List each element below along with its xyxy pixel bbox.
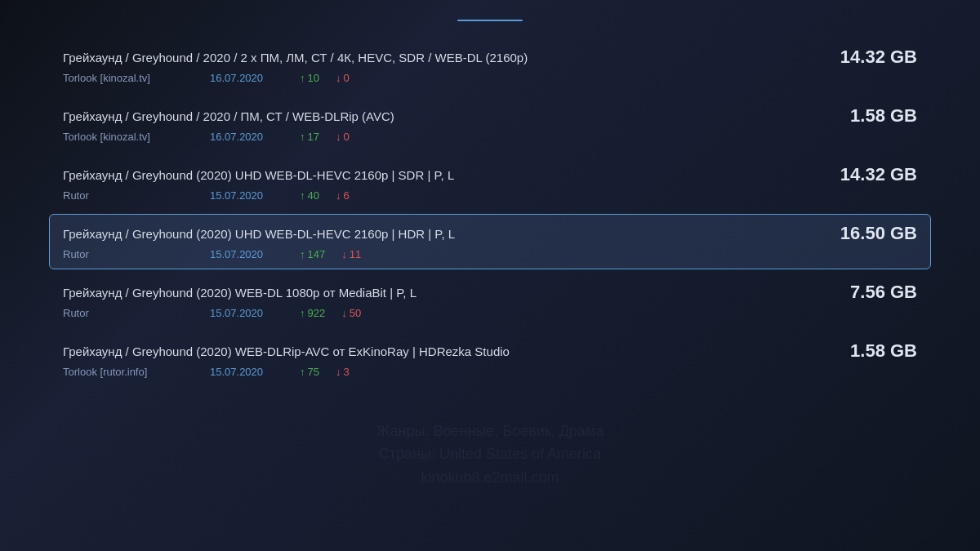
torrent-item-5[interactable]: Грейхаунд / Greyhound (2020) WEB-DL 1080…: [49, 273, 931, 328]
torrent-title-1: Грейхаунд / Greyhound / 2020 / 2 х ПМ, Л…: [63, 51, 827, 64]
torrent-size-1: 14.32 GB: [827, 47, 917, 68]
torrent-seeds-3: 40: [300, 189, 319, 202]
leech-arrow-1: [336, 72, 341, 84]
torrent-list: Грейхаунд / Greyhound / 2020 / 2 х ПМ, Л…: [49, 38, 931, 390]
torrent-size-5: 7.56 GB: [827, 282, 917, 303]
torrent-row-bottom-2: Torlook [kinozal.tv] 16.07.2020 17 0: [63, 131, 917, 143]
seeds-arrow-2: [300, 131, 305, 143]
torrent-title-5: Грейхаунд / Greyhound (2020) WEB-DL 1080…: [63, 286, 827, 300]
seeds-count-4: 147: [308, 248, 326, 260]
seeds-arrow-5: [300, 307, 305, 319]
leech-count-3: 6: [343, 189, 349, 202]
torrent-date-1: 16.07.2020: [210, 72, 283, 84]
torrent-date-3: 15.07.2020: [210, 189, 283, 202]
torrent-seeds-2: 17: [300, 131, 319, 143]
torrent-row-bottom-1: Torlook [kinozal.tv] 16.07.2020 10 0: [63, 72, 917, 84]
torrent-source-1: Torlook [kinozal.tv]: [63, 72, 194, 84]
torrent-source-2: Torlook [kinozal.tv]: [63, 131, 194, 143]
seeds-count-5: 922: [308, 307, 326, 319]
torrent-row-top-6: Грейхаунд / Greyhound (2020) WEB-DLRip-A…: [63, 340, 917, 362]
torrent-leech-3: 6: [336, 189, 350, 202]
torrent-size-6: 1.58 GB: [827, 340, 917, 362]
torrent-leech-5: 50: [341, 307, 361, 319]
torrent-date-2: 16.07.2020: [210, 131, 283, 143]
torrent-row-top-1: Грейхаунд / Greyhound / 2020 / 2 х ПМ, Л…: [63, 47, 917, 68]
seeds-arrow-4: [300, 248, 305, 260]
torrent-source-6: Torlook [rutor.info]: [63, 366, 194, 378]
torrent-row-top-3: Грейхаунд / Greyhound (2020) UHD WEB-DL-…: [63, 164, 917, 185]
leech-count-6: 3: [343, 366, 349, 378]
torrent-date-6: 15.07.2020: [210, 366, 283, 378]
torrent-seeds-6: 75: [300, 366, 319, 378]
seeds-count-1: 10: [308, 72, 319, 84]
torrent-leech-1: 0: [336, 72, 350, 84]
torrent-title-6: Грейхаунд / Greyhound (2020) WEB-DLRip-A…: [63, 344, 827, 358]
torrent-row-bottom-3: Rutor 15.07.2020 40 6: [63, 189, 917, 202]
torrent-seeds-1: 10: [300, 72, 319, 84]
leech-arrow-3: [336, 189, 341, 202]
leech-count-1: 0: [343, 72, 349, 84]
torrent-size-2: 1.58 GB: [827, 105, 917, 127]
leech-arrow-6: [336, 366, 341, 378]
leech-count-5: 50: [350, 307, 361, 319]
torrent-title-4: Грейхаунд / Greyhound (2020) UHD WEB-DL-…: [63, 227, 827, 241]
torrent-date-5: 15.07.2020: [210, 307, 283, 319]
leech-count-2: 0: [343, 131, 349, 143]
torrent-size-3: 14.32 GB: [827, 164, 917, 185]
leech-arrow-5: [341, 307, 347, 319]
torrent-title-2: Грейхаунд / Greyhound / 2020 / ПМ, СТ / …: [63, 109, 827, 123]
torrent-leech-6: 3: [336, 366, 350, 378]
tab-underline: [457, 20, 523, 21]
torrent-row-top-2: Грейхаунд / Greyhound / 2020 / ПМ, СТ / …: [63, 105, 917, 127]
torrent-size-4: 16.50 GB: [827, 223, 917, 244]
torrent-source-4: Rutor: [63, 248, 194, 260]
torrent-title-3: Грейхаунд / Greyhound (2020) UHD WEB-DL-…: [63, 168, 827, 182]
seeds-count-3: 40: [308, 189, 319, 202]
leech-count-4: 11: [350, 248, 361, 260]
torrent-row-top-5: Грейхаунд / Greyhound (2020) WEB-DL 1080…: [63, 282, 917, 303]
torrent-item-1[interactable]: Грейхаунд / Greyhound / 2020 / 2 х ПМ, Л…: [49, 38, 931, 93]
torrent-row-top-4: Грейхаунд / Greyhound (2020) UHD WEB-DL-…: [63, 223, 917, 244]
torrent-item-2[interactable]: Грейхаунд / Greyhound / 2020 / ПМ, СТ / …: [49, 96, 931, 152]
torrent-row-bottom-5: Rutor 15.07.2020 922 50: [63, 307, 917, 319]
tab-header: [457, 15, 523, 21]
torrent-source-5: Rutor: [63, 307, 194, 319]
main-container: Грейхаунд / Greyhound / 2020 / 2 х ПМ, Л…: [0, 0, 980, 551]
torrent-leech-2: 0: [336, 131, 350, 143]
torrent-row-bottom-4: Rutor 15.07.2020 147 11: [63, 248, 917, 260]
torrent-source-3: Rutor: [63, 189, 194, 202]
torrent-seeds-4: 147: [300, 248, 325, 260]
leech-arrow-2: [336, 131, 341, 143]
torrent-item-6[interactable]: Грейхаунд / Greyhound (2020) WEB-DLRip-A…: [49, 331, 931, 387]
torrent-leech-4: 11: [341, 248, 361, 260]
seeds-count-2: 17: [308, 131, 319, 143]
seeds-arrow-3: [300, 189, 305, 202]
seeds-arrow-6: [300, 366, 305, 378]
torrent-item-3[interactable]: Грейхаунд / Greyhound (2020) UHD WEB-DL-…: [49, 155, 931, 211]
seeds-count-6: 75: [308, 366, 319, 378]
torrent-item-4[interactable]: Грейхаунд / Greyhound (2020) UHD WEB-DL-…: [49, 214, 931, 269]
leech-arrow-4: [341, 248, 347, 260]
torrent-seeds-5: 922: [300, 307, 325, 319]
torrent-date-4: 15.07.2020: [210, 248, 283, 260]
seeds-arrow-1: [300, 72, 305, 84]
torrent-row-bottom-6: Torlook [rutor.info] 15.07.2020 75 3: [63, 366, 917, 378]
